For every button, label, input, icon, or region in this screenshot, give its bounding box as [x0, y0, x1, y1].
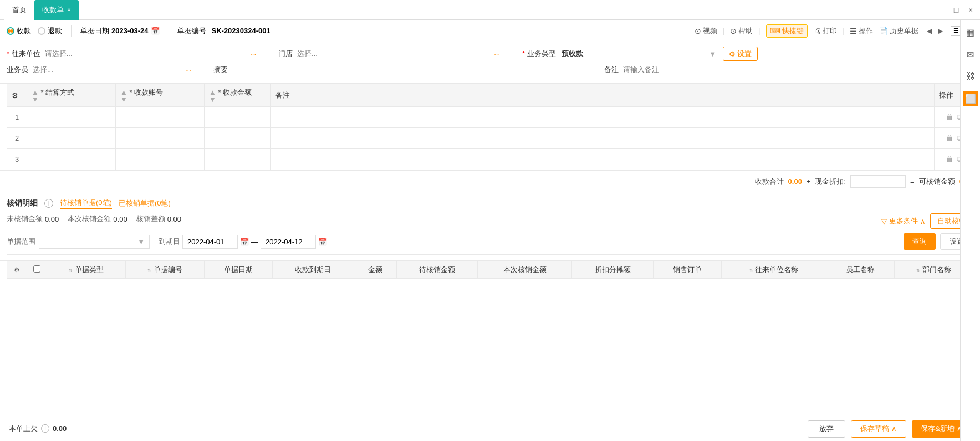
radio-receipt-label: 收款: [17, 26, 31, 36]
bth-pending-label: 待核销金额: [419, 265, 455, 274]
sidebar-table-icon[interactable]: ▦: [963, 24, 978, 40]
row-3-note[interactable]: [271, 149, 935, 170]
delete-icon-3[interactable]: 🗑: [946, 155, 953, 164]
staff-more-icon[interactable]: ···: [185, 66, 191, 74]
row-3-amount[interactable]: [205, 149, 271, 170]
radio-receipt[interactable]: 收款: [7, 26, 31, 36]
radio-refund[interactable]: 退款: [38, 26, 62, 36]
video-btn[interactable]: ⊙ 视频: [695, 26, 717, 36]
staff-input[interactable]: [30, 64, 181, 75]
diff-stat: 核销差额 0.00: [136, 214, 181, 224]
help-icon: ⊙: [730, 27, 737, 35]
row-1-settlement[interactable]: [27, 107, 116, 128]
sidebar-link-icon[interactable]: ⛓: [963, 69, 978, 84]
biz-type-arrow[interactable]: ▼: [709, 50, 716, 58]
abandon-btn[interactable]: 放弃: [808, 420, 845, 438]
select-all-checkbox[interactable]: [33, 265, 40, 273]
discount-input[interactable]: [850, 175, 906, 188]
delete-icon-1[interactable]: 🗑: [946, 112, 953, 122]
bth-order: 销售订单: [653, 261, 721, 279]
counterpart-input[interactable]: [43, 48, 246, 59]
sidebar-camera-icon[interactable]: ⬜: [963, 91, 978, 106]
cal-from-icon[interactable]: 📅: [240, 238, 249, 246]
tab-receipt[interactable]: 收款单 ×: [34, 0, 79, 20]
more-conditions-btn[interactable]: ▽ 更多条件 ∧: [881, 216, 926, 226]
verifiable-label: 可核销金额: [919, 177, 955, 187]
row-3-account[interactable]: [116, 149, 205, 170]
row-1-amount[interactable]: [205, 107, 271, 128]
range-select[interactable]: ▼: [39, 235, 150, 249]
nav-arrows: ◀ ▶: [924, 26, 945, 36]
date-from-input[interactable]: [182, 235, 238, 249]
row-2-account[interactable]: [116, 128, 205, 149]
th-amount: ▲▼ * 收款金额: [205, 84, 271, 107]
tab-home[interactable]: 首页: [4, 0, 34, 20]
note-input[interactable]: [621, 64, 973, 75]
bottom-table: ⚙ ⇅ 单据类型 ⇅ 单据编号 单据日期: [7, 261, 973, 279]
sidebar-email-icon[interactable]: ✉: [963, 47, 978, 62]
store-input[interactable]: [295, 48, 489, 59]
bth-pending: 待核销金额: [396, 261, 478, 279]
th-gear[interactable]: ⚙: [7, 84, 27, 107]
next-arrow[interactable]: ▶: [935, 26, 945, 36]
th-actions-label: 操作: [939, 91, 953, 99]
bth-current-label: 本次核销金额: [503, 265, 547, 274]
radio-refund-circle: [38, 27, 45, 35]
history-icon: 📄: [879, 27, 888, 35]
window-close-btn[interactable]: ×: [966, 5, 976, 15]
total-value: 0.00: [788, 177, 802, 186]
shortcut-label: 快捷键: [782, 26, 804, 36]
bth-no-label: 单据编号: [154, 265, 182, 274]
tab-done[interactable]: 已核销单据(0笔): [119, 198, 171, 208]
settings-button[interactable]: ⚙ 设置: [723, 47, 758, 61]
prev-arrow[interactable]: ◀: [924, 26, 934, 36]
window-restore-btn[interactable]: □: [951, 5, 961, 15]
row-3-settlement[interactable]: [27, 149, 116, 170]
gear-settings-icon: ⚙: [729, 50, 736, 58]
bth-gear[interactable]: ⚙: [7, 261, 27, 279]
date-icon[interactable]: 📅: [151, 27, 160, 35]
unchecked-stat: 未核销金额 0.00: [7, 214, 59, 224]
total-label: 收款合计: [755, 177, 784, 187]
verif-info-icon[interactable]: i: [44, 199, 53, 208]
settings-label: 设置: [737, 49, 752, 59]
row-2-note[interactable]: [271, 128, 935, 149]
bottom-table-wrapper: ⚙ ⇅ 单据类型 ⇅ 单据编号 单据日期: [0, 261, 980, 279]
footer-info-icon[interactable]: i: [41, 424, 49, 433]
tab-close-icon[interactable]: ×: [67, 6, 71, 14]
history-btn[interactable]: 📄 历史单据: [879, 26, 918, 36]
query-btn[interactable]: 查询: [904, 233, 936, 250]
counterpart-more-icon[interactable]: ···: [250, 50, 256, 58]
verification-section: 核销明细 i 待核销单据(0笔) 已核销单据(0笔) 未核销金额 0.00 本次…: [0, 192, 980, 261]
delete-icon-2[interactable]: 🗑: [946, 134, 953, 143]
cal-to-icon[interactable]: 📅: [318, 238, 327, 246]
summary-input[interactable]: [230, 64, 583, 75]
gear-icon: ⚙: [12, 91, 18, 100]
tab-pending[interactable]: 待核销单据(0笔): [60, 198, 112, 209]
th-account: ▲▼ * 收款账号: [116, 84, 205, 107]
receipt-table: ⚙ ▲▼ * 结算方式 ▲▼ * 收款账号 ▲▼ * 收款金额: [7, 84, 973, 170]
date-to-input[interactable]: [261, 235, 316, 249]
save-draft-btn[interactable]: 保存草稿 ∧: [851, 420, 906, 438]
counterpart-label: 往来单位: [7, 49, 40, 59]
store-field: 门店 ···: [278, 48, 500, 59]
bth-checkbox[interactable]: [27, 261, 47, 279]
note-label: 备注: [604, 65, 619, 75]
row-1-note[interactable]: [271, 107, 935, 128]
radio-refund-label: 退款: [48, 26, 62, 36]
row-2-amount[interactable]: [205, 128, 271, 149]
no-field: 单据编号 SK-20230324-001: [177, 26, 270, 36]
tab-receipt-label: 收款单: [42, 5, 64, 15]
due-label: 到期日: [159, 237, 180, 247]
shortcut-btn[interactable]: ⌨ 快捷键: [766, 24, 808, 38]
window-minimize-btn[interactable]: –: [937, 5, 947, 15]
operations-btn[interactable]: ☰ 操作: [850, 26, 873, 36]
help-btn[interactable]: ⊙ 帮助: [730, 26, 753, 36]
row-2-settlement[interactable]: [27, 128, 116, 149]
bth-staff-label: 员工名称: [846, 265, 875, 274]
store-more-icon[interactable]: ···: [494, 50, 500, 58]
summary-row: 收款合计 0.00 + 现金折扣: = 可核销金额 0.00: [0, 170, 980, 192]
row-1-account[interactable]: [116, 107, 205, 128]
print-btn[interactable]: 🖨 打印: [813, 26, 837, 36]
diff-value: 0.00: [167, 215, 181, 223]
